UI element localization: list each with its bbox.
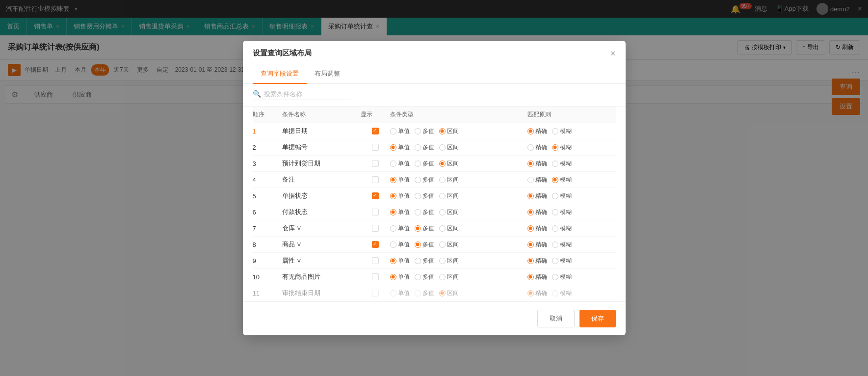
cell-match-6: 精确 模糊 [527,208,626,216]
display-checkbox-8[interactable] [372,241,379,248]
match-exact-3[interactable]: 精确 [527,160,547,168]
type-range-9[interactable]: 区间 [439,257,459,265]
type-range-7[interactable]: 区间 [439,224,459,233]
cell-name-4: 备注 [282,175,361,184]
match-exact-11[interactable]: 精确 [527,289,547,297]
type-single-4[interactable]: 单值 [390,176,410,184]
type-single-2[interactable]: 单值 [390,143,410,152]
type-multi-3[interactable]: 多值 [415,160,434,168]
search-input[interactable] [264,90,342,98]
match-fuzzy-6[interactable]: 模糊 [552,208,572,216]
cell-match-5: 精确 模糊 [527,192,626,200]
cell-match-10: 精确 模糊 [527,273,626,281]
display-checkbox-7[interactable] [372,225,379,232]
type-multi-4[interactable]: 多值 [415,176,434,184]
display-checkbox-2[interactable] [372,144,379,151]
match-fuzzy-2[interactable]: 模糊 [552,143,572,152]
type-range-11[interactable]: 区间 [439,289,459,297]
type-multi-2[interactable]: 多值 [415,143,434,152]
match-exact-4[interactable]: 精确 [527,176,547,184]
display-checkbox-4[interactable] [372,176,379,183]
type-single-1[interactable]: 单值 [390,127,410,135]
match-exact-1[interactable]: 精确 [527,127,547,135]
settings-dialog: 设置查询区域布局 × 查询字段设置 布局调整 🔍 顺序 条件名称 [243,41,626,335]
match-fuzzy-3[interactable]: 模糊 [552,160,572,168]
match-fuzzy-9[interactable]: 模糊 [552,257,572,265]
cell-type-5: 单值 多值 区间 [390,192,527,200]
match-exact-6[interactable]: 精确 [527,208,547,216]
cell-type-8: 单值 多值 区间 [390,241,527,249]
cell-order-1: 1 [253,128,282,135]
type-range-6[interactable]: 区间 [439,208,459,216]
match-fuzzy-10[interactable]: 模糊 [552,273,572,281]
type-single-3[interactable]: 单值 [390,160,410,168]
type-single-5[interactable]: 单值 [390,192,410,200]
cancel-button[interactable]: 取消 [537,310,575,327]
display-checkbox-11[interactable] [372,290,379,296]
display-checkbox-1[interactable] [372,128,379,134]
type-range-5[interactable]: 区间 [439,192,459,200]
display-checkbox-9[interactable] [372,257,379,264]
type-single-7[interactable]: 单值 [390,224,410,233]
cell-name-11: 审批结束日期 [282,289,361,297]
cell-display-1 [361,128,390,134]
match-fuzzy-5[interactable]: 模糊 [552,192,572,200]
cell-match-2: 精确 模糊 [527,143,626,152]
type-multi-10[interactable]: 多值 [415,273,434,281]
display-checkbox-6[interactable] [372,209,379,215]
type-multi-11[interactable]: 多值 [415,289,434,297]
table-row: 11 审批结束日期 单值 多值 区间 精确 模糊 [253,285,616,301]
type-single-8[interactable]: 单值 [390,241,410,249]
cell-type-9: 单值 多值 区间 [390,257,527,265]
dialog-close-button[interactable]: × [610,49,616,58]
match-fuzzy-1[interactable]: 模糊 [552,127,572,135]
display-checkbox-5[interactable] [372,192,379,199]
cell-name-8: 商品 ∨ [282,240,361,249]
cell-display-10 [361,273,390,280]
type-range-1[interactable]: 区间 [439,127,459,135]
type-single-10[interactable]: 单值 [390,273,410,281]
display-checkbox-10[interactable] [372,273,379,280]
match-fuzzy-4[interactable]: 模糊 [552,176,572,184]
cell-name-10: 有无商品图片 [282,272,361,281]
cell-display-8 [361,241,390,248]
save-button[interactable]: 保存 [579,310,616,327]
cell-match-11: 精确 模糊 [527,289,626,297]
type-range-10[interactable]: 区间 [439,273,459,281]
table-row: 5 单据状态 单值 多值 区间 精确 模糊 [253,188,616,204]
type-range-2[interactable]: 区间 [439,143,459,152]
head-type: 条件类型 [390,110,527,119]
match-exact-10[interactable]: 精确 [527,273,547,281]
match-exact-5[interactable]: 精确 [527,192,547,200]
type-multi-1[interactable]: 多值 [415,127,434,135]
type-multi-5[interactable]: 多值 [415,192,434,200]
match-exact-9[interactable]: 精确 [527,257,547,265]
type-single-9[interactable]: 单值 [390,257,410,265]
match-exact-8[interactable]: 精确 [527,241,547,249]
match-fuzzy-8[interactable]: 模糊 [552,241,572,249]
type-multi-6[interactable]: 多值 [415,208,434,216]
type-range-3[interactable]: 区间 [439,160,459,168]
head-match: 匹配原则 [527,110,626,119]
cell-order-3: 3 [253,160,282,167]
type-multi-7[interactable]: 多值 [415,224,434,233]
dialog-tab-fields[interactable]: 查询字段设置 [253,64,307,84]
type-single-11[interactable]: 单值 [390,289,410,297]
cell-name-1: 单据日期 [282,127,361,135]
type-multi-9[interactable]: 多值 [415,257,434,265]
match-fuzzy-11[interactable]: 模糊 [552,289,572,297]
dialog-tab-layout[interactable]: 布局调整 [307,64,348,84]
type-single-6[interactable]: 单值 [390,208,410,216]
match-fuzzy-7[interactable]: 模糊 [552,224,572,233]
type-range-8[interactable]: 区间 [439,241,459,249]
cell-match-1: 精确 模糊 [527,127,626,135]
cell-type-7: 单值 多值 区间 [390,224,527,233]
match-exact-2[interactable]: 精确 [527,143,547,152]
type-multi-8[interactable]: 多值 [415,241,434,249]
search-icon: 🔍 [253,90,261,98]
type-range-4[interactable]: 区间 [439,176,459,184]
cell-order-7: 7 [253,225,282,232]
display-checkbox-3[interactable] [372,160,379,167]
match-exact-7[interactable]: 精确 [527,224,547,233]
modal-overlay: 设置查询区域布局 × 查询字段设置 布局调整 🔍 顺序 条件名称 [0,0,868,376]
